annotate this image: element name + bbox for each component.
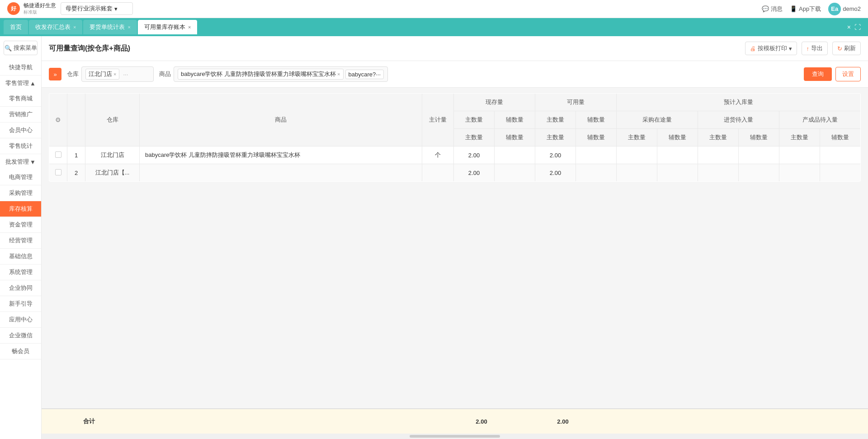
- tab-receive-send-close[interactable]: ×: [73, 24, 76, 30]
- sidebar-label-finance-mgmt: 资金管理: [9, 221, 33, 228]
- cell-avail-main: 2.00: [535, 146, 576, 164]
- tab-available-stock-close[interactable]: ×: [188, 24, 191, 30]
- org-selector-value: 母婴行业演示账套: [66, 5, 113, 13]
- app-download-btn[interactable]: 📱 App下载: [790, 5, 821, 13]
- sidebar-item-marketing[interactable]: 营销推广: [0, 107, 41, 123]
- sidebar-item-purchase-mgmt[interactable]: 采购管理: [0, 185, 41, 201]
- product-input[interactable]: babycare学饮杯 儿童防摔防撞吸管杯重力球吸嘴杯宝宝水杯 × babyca…: [174, 66, 388, 82]
- sidebar: 🔍 搜索菜单 快捷导航 零售管理 ▲ 零售商城 营销推广 会员中心 零售统计 批…: [0, 36, 42, 439]
- tab-home[interactable]: 首页: [4, 20, 28, 34]
- search-icon: 🔍: [5, 45, 12, 52]
- sidebar-label-inventory-check: 库存核算: [9, 205, 33, 212]
- logo-text-block: 畅捷通好生意 标准版: [24, 2, 56, 15]
- sidebar-label-retail-stats: 零售统计: [9, 142, 33, 149]
- org-selector[interactable]: 母婴行业演示账套 ▾: [61, 2, 133, 15]
- tab-receive-send-label: 收发存汇总表: [35, 23, 71, 31]
- sidebar-item-wholesale-mgmt[interactable]: 批发管理 ▼: [0, 154, 41, 170]
- sidebar-item-enterprise-collab[interactable]: 企业协同: [0, 280, 41, 296]
- sidebar-item-basic-info[interactable]: 基础信息: [0, 249, 41, 264]
- th-available-main-qty: 主数量: [535, 111, 576, 129]
- sidebar-label-new-guide: 新手引导: [9, 300, 33, 307]
- tab-available-stock[interactable]: 可用量库存账本 ×: [138, 20, 197, 34]
- print-label: 按模板打印: [758, 44, 787, 52]
- logo-app-name: 畅捷通好生意: [24, 2, 56, 9]
- cell-warehouse: 江北门店: [85, 146, 140, 164]
- cell-checkbox[interactable]: [49, 164, 67, 182]
- sidebar-label-operations-mgmt: 经营管理: [9, 237, 33, 244]
- warehouse-input[interactable]: 江北门店 × ···: [81, 66, 154, 82]
- warehouse-tag: 江北门店 ×: [85, 69, 119, 80]
- sidebar-item-system-mgmt[interactable]: 系统管理: [0, 264, 41, 280]
- tab-receive-send[interactable]: 收发存汇总表 ×: [29, 20, 82, 34]
- product-label: 商品: [159, 70, 171, 78]
- sidebar-item-enterprise-wechat[interactable]: 企业微信: [0, 328, 41, 344]
- export-btn[interactable]: ↑ 导出: [802, 42, 828, 55]
- sidebar-label-ecom-mgmt: 电商管理: [9, 174, 33, 180]
- sidebar-item-app-center[interactable]: 应用中心: [0, 312, 41, 328]
- sidebar-item-member-center[interactable]: 会员中心: [0, 123, 41, 138]
- th-available-group: 可用量: [535, 94, 617, 111]
- nav-tabs-controls: × ⛶: [847, 24, 864, 31]
- product-extra-value: babycare?···: [349, 71, 381, 78]
- tab-order-stats[interactable]: 要货单统计表 ×: [83, 20, 137, 34]
- message-btn[interactable]: 💬 消息: [762, 5, 783, 13]
- sidebar-item-ecom-mgmt[interactable]: 电商管理: [0, 170, 41, 185]
- sidebar-item-new-guide[interactable]: 新手引导: [0, 296, 41, 312]
- cell-production-main: [779, 146, 820, 164]
- footer-available-main-total: 2.00: [542, 413, 583, 430]
- product-tag-remove[interactable]: ×: [337, 71, 340, 77]
- sidebar-item-member-vip[interactable]: 畅会员: [0, 344, 41, 359]
- expand-icon: »: [53, 71, 57, 78]
- cell-current-main: 2.00: [454, 146, 495, 164]
- footer-table: 合计 2.00 2.00: [42, 413, 868, 430]
- th-production-pending: 产成品待入量: [779, 111, 861, 129]
- sidebar-item-retail-mgmt[interactable]: 零售管理 ▲: [0, 76, 41, 91]
- warehouse-dots[interactable]: ···: [121, 71, 130, 78]
- content-area: 可用量查询(按仓库+商品) 🖨 按模板打印 ▾ ↑ 导出 ↻ 刷新: [42, 36, 868, 439]
- cell-current-main: 2.00: [454, 164, 495, 182]
- query-button[interactable]: 查询: [804, 67, 832, 81]
- sidebar-label-system-mgmt: 系统管理: [9, 269, 33, 275]
- sidebar-item-retail-mall[interactable]: 零售商城: [0, 91, 41, 107]
- table-footer-row: 合计 2.00 2.00: [42, 408, 868, 434]
- sidebar-item-operations-mgmt[interactable]: 经营管理: [0, 233, 41, 249]
- th-incoming-aux: 辅数量: [739, 129, 779, 146]
- tabs-close-btn[interactable]: ×: [847, 24, 851, 31]
- tabs-expand-btn[interactable]: ⛶: [854, 24, 861, 31]
- th-purchase-enroute: 采购在途量: [617, 111, 698, 129]
- sidebar-item-finance-mgmt[interactable]: 资金管理: [0, 217, 41, 233]
- main-layout: 🔍 搜索菜单 快捷导航 零售管理 ▲ 零售商城 营销推广 会员中心 零售统计 批…: [0, 36, 868, 439]
- tab-order-stats-close[interactable]: ×: [127, 24, 130, 30]
- org-selector-arrow: ▾: [114, 5, 118, 12]
- product-extra-tag: babycare?···: [345, 70, 384, 79]
- sidebar-label-basic-info: 基础信息: [9, 253, 33, 260]
- filter-actions-right: 查询 设置: [804, 67, 861, 81]
- sidebar-item-inventory-check[interactable]: 库存核算: [0, 201, 41, 217]
- user-profile-btn[interactable]: Ea demo2: [828, 3, 861, 15]
- warehouse-tag-remove[interactable]: ×: [113, 71, 116, 77]
- th-incoming-main: 主数量: [698, 129, 739, 146]
- cell-checkbox[interactable]: [49, 146, 67, 164]
- cell-production-aux: [820, 146, 861, 164]
- search-menu-btn[interactable]: 🔍 搜索菜单: [4, 41, 38, 55]
- settings-button[interactable]: 设置: [835, 67, 861, 81]
- cell-purchase-enroute-main: [617, 164, 657, 182]
- app-download-icon: 📱: [790, 5, 797, 12]
- gear-icon[interactable]: ⚙: [55, 116, 61, 123]
- table-wrapper: ⚙ 仓库 商品 主计量 现存量 可用量 预计入库量 主数量 辅数量 主数量: [42, 88, 868, 408]
- quick-nav-label: 快捷导航: [9, 64, 33, 71]
- cell-main-unit: [422, 164, 454, 182]
- warehouse-label: 仓库: [67, 70, 79, 78]
- print-template-btn[interactable]: 🖨 按模板打印 ▾: [745, 42, 797, 55]
- avatar-initials: Ea: [831, 5, 838, 12]
- product-tag-value: babycare学饮杯 儿童防摔防撞吸管杯重力球吸嘴杯宝宝水杯: [181, 70, 336, 78]
- cell-index: 2: [67, 164, 85, 182]
- refresh-btn[interactable]: ↻ 刷新: [832, 42, 861, 55]
- message-label: 消息: [771, 5, 783, 13]
- product-filter: 商品 babycare学饮杯 儿童防摔防撞吸管杯重力球吸嘴杯宝宝水杯 × bab…: [159, 66, 388, 82]
- filter-expand-btn[interactable]: »: [49, 68, 61, 80]
- sidebar-item-retail-stats[interactable]: 零售统计: [0, 138, 41, 154]
- scroll-bar[interactable]: [410, 435, 500, 438]
- sidebar-item-quick-nav[interactable]: 快捷导航: [0, 60, 41, 76]
- print-icon: 🖨: [750, 45, 756, 52]
